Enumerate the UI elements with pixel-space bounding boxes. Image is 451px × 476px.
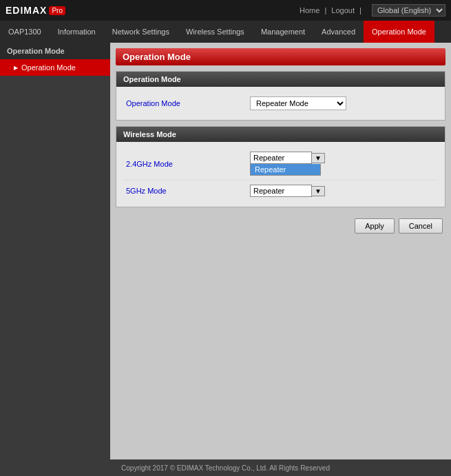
nav-item-advanced[interactable]: Advanced — [313, 21, 364, 43]
logout-link[interactable]: Logout — [331, 6, 355, 14]
device-name: OAP1300 — [0, 28, 50, 36]
sidebar: Operation Mode Operation Mode — [0, 43, 110, 459]
sidebar-item-operation-mode[interactable]: Operation Mode — [0, 59, 110, 76]
2ghz-expand-button[interactable]: ▼ — [312, 153, 325, 163]
2ghz-mode-link[interactable]: 2.4GHz Mode — [126, 160, 173, 168]
5ghz-select-container: ▼ — [250, 185, 325, 197]
wireless-mode-section-header: Wireless Mode — [116, 127, 445, 142]
logo-pro-badge: Pro — [49, 6, 65, 15]
5ghz-mode-row: 5GHz Mode ▼ — [123, 180, 438, 201]
top-bar: EDIMAX Pro Home | Logout | Global (Engli… — [0, 0, 451, 21]
apply-button[interactable]: Apply — [355, 218, 395, 234]
footer: Copyright 2017 © EDIMAX Technology Co., … — [0, 459, 451, 476]
wireless-mode-section: Wireless Mode 2.4GHz Mode ▼ Repeater — [116, 126, 445, 207]
2ghz-mode-row: 2.4GHz Mode ▼ Repeater — [123, 147, 438, 180]
nav-bar: OAP1300 Information Network Settings Wir… — [0, 21, 451, 43]
operation-mode-section: Operation Mode Operation Mode Repeater M… — [116, 71, 445, 121]
nav-item-information[interactable]: Information — [50, 21, 104, 43]
operation-mode-form-row: Operation Mode Repeater Mode AP Mode Bri… — [123, 92, 438, 114]
nav-item-operation-mode[interactable]: Operation Mode — [364, 21, 434, 43]
2ghz-dropdown-container: ▼ Repeater — [250, 152, 325, 176]
nav-items: Information Network Settings Wireless Se… — [50, 21, 434, 43]
operation-mode-link[interactable]: Operation Mode — [126, 99, 180, 107]
operation-mode-select[interactable]: Repeater Mode AP Mode Bridge Mode — [250, 96, 346, 110]
5ghz-mode-label: 5GHz Mode — [126, 187, 250, 195]
nav-item-wireless-settings[interactable]: Wireless Settings — [178, 21, 253, 43]
sidebar-group-label[interactable]: Operation Mode — [0, 43, 110, 59]
footer-copyright: Copyright 2017 © EDIMAX Technology Co., … — [121, 464, 330, 472]
cancel-button[interactable]: Cancel — [399, 218, 443, 234]
wireless-mode-section-body: 2.4GHz Mode ▼ Repeater — [116, 142, 445, 207]
2ghz-dropdown-list: Repeater — [250, 164, 321, 176]
logo-brand: EDIMAX — [6, 5, 47, 16]
button-row: Apply Cancel — [116, 213, 445, 239]
language-select[interactable]: Global (English) — [372, 4, 445, 17]
operation-mode-label: Operation Mode — [126, 99, 250, 107]
operation-mode-section-body: Operation Mode Repeater Mode AP Mode Bri… — [116, 87, 445, 120]
operation-mode-section-header: Operation Mode — [116, 72, 445, 87]
5ghz-mode-input[interactable] — [250, 185, 312, 197]
5ghz-expand-button[interactable]: ▼ — [312, 186, 325, 196]
home-link[interactable]: Home — [300, 6, 319, 14]
nav-item-management[interactable]: Management — [253, 21, 313, 43]
page-header: Operation Mode — [116, 48, 445, 65]
2ghz-mode-input[interactable] — [250, 152, 312, 164]
main-content: Operation Mode Operation Mode Operation … — [110, 43, 451, 459]
content-wrapper: Operation Mode Operation Mode Operation … — [0, 43, 451, 459]
nav-item-network-settings[interactable]: Network Settings — [104, 21, 178, 43]
2ghz-option-repeater[interactable]: Repeater — [251, 164, 320, 175]
2ghz-select-row: ▼ — [250, 152, 325, 164]
logo-area: EDIMAX Pro — [6, 5, 65, 16]
5ghz-mode-link[interactable]: 5GHz Mode — [126, 187, 167, 195]
top-links: Home | Logout | Global (English) — [300, 4, 445, 17]
2ghz-mode-label: 2.4GHz Mode — [126, 160, 250, 168]
